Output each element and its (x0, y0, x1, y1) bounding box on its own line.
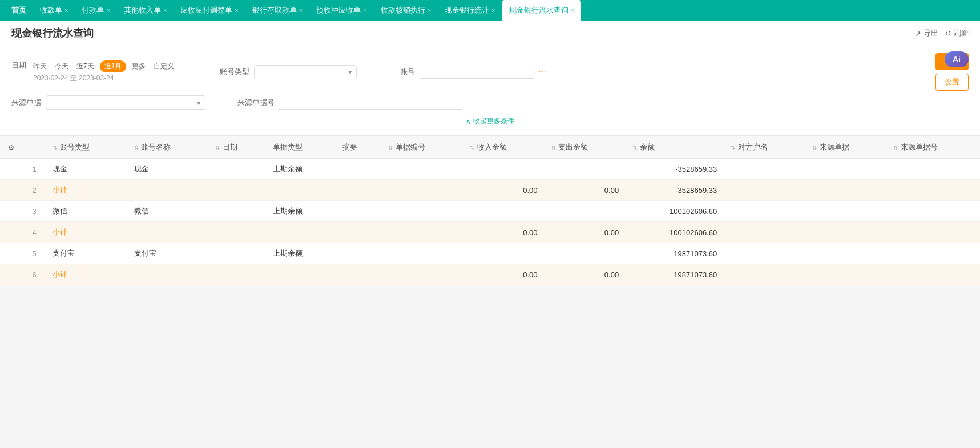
table-row: 3微信微信上期余额100102606.60 (0, 201, 980, 222)
nav-tab[interactable]: 应收应付调整单× (174, 0, 245, 21)
col-header-source_doc_no[interactable]: ⇅ 来源单据号 (886, 136, 980, 159)
top-nav: 首页 收款单×付款单×其他收入单×应收应付调整单×银行存取款单×预收冲应收单×收… (0, 0, 980, 21)
date-label: 日期 (11, 60, 26, 71)
cell-account-type: 微信 (46, 201, 127, 222)
date-btn-more[interactable]: 更多 (130, 60, 148, 72)
table-row: 2小计0.000.00-3528659.33 (0, 180, 980, 201)
export-button[interactable]: ↗ 导出 (915, 28, 938, 38)
col-header-account_name[interactable]: ⇅ 账号名称 (127, 136, 209, 159)
nav-tab[interactable]: 现金银行流水查询× (502, 0, 581, 21)
cell-source-doc (805, 243, 887, 264)
sort-arrows: ⇅ (632, 144, 639, 151)
col-header-source_doc[interactable]: ⇅ 来源单据 (805, 136, 887, 159)
cell-source-doc-no (886, 264, 980, 285)
source-doc-select[interactable] (46, 95, 205, 110)
date-btn-yesterday[interactable]: 昨天 (31, 60, 49, 72)
cell-account-name: 现金 (127, 159, 209, 180)
cell-income (463, 201, 545, 222)
cell-expense: 0.00 (545, 264, 626, 285)
nav-home[interactable]: 首页 (5, 0, 33, 21)
account-input[interactable] (420, 65, 534, 79)
source-doc-select-wrapper (46, 95, 205, 110)
settings-button[interactable]: 设置 (935, 74, 969, 91)
nav-tab[interactable]: 现金银行统计× (438, 0, 502, 21)
date-btn-custom[interactable]: 自定义 (151, 60, 176, 72)
cell-doc-type (266, 222, 336, 243)
cell-source-doc (805, 222, 887, 243)
tab-close[interactable]: × (299, 0, 303, 21)
sort-arrows: ⇅ (470, 144, 476, 151)
tab-close[interactable]: × (235, 0, 238, 21)
sort-arrows: ⇅ (215, 144, 221, 151)
tab-close[interactable]: × (64, 0, 68, 21)
collapse-icon: ∧ (466, 118, 471, 126)
col-header-balance[interactable]: ⇅ 余额 (626, 136, 724, 159)
col-header-doc_no[interactable]: ⇅ 单据编号 (381, 136, 463, 159)
account-ellipsis-button[interactable]: ··· (538, 67, 546, 77)
collapse-bar[interactable]: ∧ 收起更多条件 (11, 114, 969, 128)
tab-close[interactable]: × (428, 0, 431, 21)
tab-label: 收款单 (40, 0, 62, 21)
col-header-date[interactable]: ⇅ 日期 (208, 136, 266, 159)
tab-label: 现金银行流水查询 (509, 0, 568, 21)
collapse-label: 收起更多条件 (473, 116, 514, 126)
account-type-select[interactable]: 现金 微信 支付宝 (254, 65, 357, 79)
refresh-button[interactable]: ↺ 刷新 (945, 28, 969, 38)
tab-label: 收款核销执行 (381, 0, 425, 21)
col-header-income[interactable]: ⇅ 收入金额 (463, 136, 545, 159)
date-btn-today[interactable]: 今天 (53, 60, 71, 72)
col-header-counterpart[interactable]: ⇅ 对方户名 (724, 136, 805, 159)
cell-counterpart (724, 159, 805, 180)
cell-date (208, 180, 266, 201)
sort-arrows: ⇅ (812, 144, 818, 151)
cell-doc-no (381, 243, 463, 264)
date-range: 2023-02-24 至 2023-03-24 (33, 74, 176, 83)
cell-source-doc-no (886, 180, 980, 201)
cell-doc-no (381, 159, 463, 180)
tab-close[interactable]: × (163, 0, 167, 21)
cell-counterpart (724, 243, 805, 264)
cell-income (463, 243, 545, 264)
cell-summary (336, 159, 381, 180)
date-filter: 日期 昨天今天近7天近1月更多自定义 2023-02-24 至 2023-03-… (11, 60, 176, 83)
col-header-account_type[interactable]: ⇅ 账号类型 (46, 136, 127, 159)
tab-label: 预收冲应收单 (316, 0, 361, 21)
source-doc-no-input[interactable] (279, 96, 462, 110)
cell-balance: -3528659.33 (626, 159, 724, 180)
cell-expense (545, 243, 626, 264)
nav-tab[interactable]: 其他收入单× (117, 0, 174, 21)
row-num: 2 (23, 180, 46, 201)
cell-doc-type: 上期余额 (266, 159, 336, 180)
cell-account-name (127, 264, 209, 285)
date-btn-week[interactable]: 近7天 (74, 60, 96, 72)
tab-close[interactable]: × (491, 0, 495, 21)
col-header-expense[interactable]: ⇅ 支出金额 (545, 136, 626, 159)
account-filter: 账号 ··· (400, 65, 546, 79)
nav-tab[interactable]: 收款单× (33, 0, 75, 21)
cell-source-doc-no (886, 243, 980, 264)
ai-badge[interactable]: Ai (945, 51, 969, 67)
table-row: 1现金现金上期余额-3528659.33 (0, 159, 980, 180)
tab-label: 其他收入单 (124, 0, 161, 21)
cell-counterpart (724, 180, 805, 201)
row-gear (0, 264, 23, 285)
cell-date (208, 159, 266, 180)
nav-tab[interactable]: 银行存取款单× (245, 0, 309, 21)
cell-doc-type (266, 180, 336, 201)
tab-close[interactable]: × (363, 0, 366, 21)
nav-tab[interactable]: 付款单× (75, 0, 116, 21)
date-btn-month[interactable]: 近1月 (100, 60, 127, 72)
row-gear (0, 222, 23, 243)
tab-label: 银行存取款单 (252, 0, 297, 21)
cell-expense (545, 159, 626, 180)
row-gear (0, 243, 23, 264)
col-header-num (23, 136, 46, 159)
nav-tab[interactable]: 预收冲应收单× (309, 0, 373, 21)
cell-date (208, 264, 266, 285)
tab-close[interactable]: × (571, 0, 574, 21)
table-row: 5支付宝支付宝上期余额19871073.60 (0, 243, 980, 264)
header-actions: ↗ 导出 ↺ 刷新 (915, 28, 969, 38)
nav-tab[interactable]: 收款核销执行× (374, 0, 438, 21)
tab-close[interactable]: × (106, 0, 110, 21)
col-header-summary: 摘要 (336, 136, 381, 159)
